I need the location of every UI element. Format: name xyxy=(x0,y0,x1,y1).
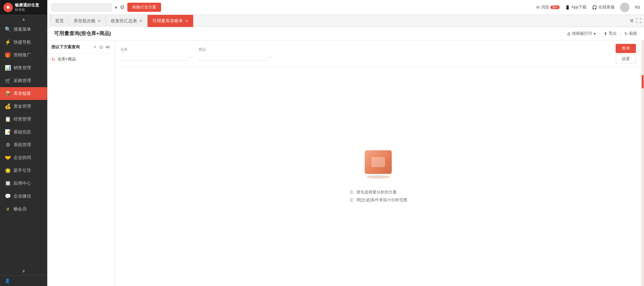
apps-icon: 🔲 xyxy=(5,180,11,186)
query-btn[interactable]: 查询 xyxy=(616,44,636,53)
empty-tips: 1 请先选择要分析的方案 2 用[过滤]条件来缩小分析范围 xyxy=(349,189,407,203)
scheme-item-warehouse-goods[interactable]: ↻ 仓库+商品 xyxy=(47,54,114,65)
goods-more-btn[interactable]: ··· xyxy=(267,54,272,60)
tab-home-label: 首页 xyxy=(55,18,64,24)
mobile-icon: 📱 xyxy=(565,5,570,10)
box-icon: 📦 xyxy=(5,90,11,97)
page-actions: 🖨 按模板打印 ▾ | ⬆ 导出 | ↻ 刷新 xyxy=(567,31,637,36)
online-service-label: 在线客服 xyxy=(598,4,615,10)
sidebar-scroll-down[interactable]: ▼ xyxy=(0,267,47,275)
app-download-btn[interactable]: 📱 App下载 xyxy=(565,4,587,10)
sidebar-scroll-up[interactable]: ▲ xyxy=(0,15,47,23)
sidebar-item-member[interactable]: V 畅会员 xyxy=(0,203,47,215)
note-icon: 📝 xyxy=(5,129,11,135)
sidebar-item-label: 销售管理 xyxy=(14,65,31,71)
sidebar-item-label: 资金管理 xyxy=(14,103,31,109)
user-icon: 👤 xyxy=(5,278,10,283)
topbar-search-input[interactable] xyxy=(51,3,112,11)
right-scrollbar[interactable] xyxy=(641,41,644,286)
message-label: 消息 xyxy=(541,4,549,10)
goods-input[interactable] xyxy=(199,53,266,60)
warehouse-label: 仓库 xyxy=(120,47,193,52)
tab-available-inventory[interactable]: 可用量库存账本 ✕ xyxy=(148,15,194,27)
tab-inventory-batch-close[interactable]: ✕ xyxy=(98,19,101,23)
chevron-down-icon: ▾ xyxy=(594,31,596,36)
sidebar-item-shortcut[interactable]: ⚡ 快捷导航 xyxy=(0,36,47,49)
sidebar-item-basic[interactable]: 📝 基础信息 xyxy=(0,126,47,138)
online-service-btn[interactable]: 🎧 在线客服 xyxy=(592,4,615,10)
tab-close-all-btn[interactable]: ✕ xyxy=(629,18,634,24)
export-btn[interactable]: ⬆ 导出 xyxy=(604,31,617,36)
app-download-label: App下载 xyxy=(571,4,587,10)
tab-inventory-batch[interactable]: 库存批次账 ✕ xyxy=(69,15,106,27)
sidebar-item-label: 快捷导航 xyxy=(14,39,31,45)
sidebar-item-newbie[interactable]: 🌟 新手引导 xyxy=(0,164,47,177)
sidebar-item-inventory[interactable]: 📦 库存核算 xyxy=(0,87,47,100)
sidebar-company-name: 畅康通好生意 xyxy=(15,3,39,7)
goods-filter: 商品 ··· xyxy=(199,47,272,60)
scheme-icon: ↻ xyxy=(51,57,55,62)
sidebar-item-label: 经营管理 xyxy=(14,116,31,122)
sidebar-item-sales[interactable]: 📊 销售管理 xyxy=(0,61,47,74)
sidebar-item-label: 营销推广 xyxy=(14,52,31,58)
print-template-btn[interactable]: 🖨 按模板打印 ▾ xyxy=(567,31,596,36)
industry-solution-btn[interactable]: 体验行业方案 xyxy=(127,3,161,12)
refresh-btn[interactable]: ↻ 刷新 xyxy=(624,31,637,36)
empty-state: 1 请先选择要分析的方案 2 用[过滤]条件来缩小分析范围 xyxy=(115,67,641,286)
right-panel: 仓库 ··· 商品 ··· 查询 设置 xyxy=(115,41,641,286)
sidebar-item-system[interactable]: ⚙ 系统管理 xyxy=(0,138,47,151)
tab-stock-summary[interactable]: 收发存汇总表 ✕ xyxy=(106,15,148,27)
sidebar-item-enterprise[interactable]: 🤝 企业协同 xyxy=(0,151,47,164)
refresh-icon: ↻ xyxy=(624,31,628,36)
message-btn[interactable]: ✉ 消息 99+ xyxy=(536,4,560,10)
left-panel-title: 按以下方案查询 xyxy=(51,44,91,50)
gift-icon: 🎁 xyxy=(5,52,11,58)
sidebar-item-purchase[interactable]: 🛒 采购管理 xyxy=(0,74,47,87)
warehouse-more-btn[interactable]: ··· xyxy=(189,54,193,60)
headset-icon: 🎧 xyxy=(592,5,597,10)
gear-icon: ⚙ xyxy=(5,142,11,148)
tab-stock-summary-close[interactable]: ✕ xyxy=(139,19,143,23)
left-panel: 按以下方案查询 ＋ ⊙ ≪ ↻ 仓库+商品 xyxy=(47,41,115,286)
tab-stock-summary-label: 收发存汇总表 xyxy=(111,18,137,24)
money-icon: 💰 xyxy=(5,103,11,109)
search-icon: 🔍 xyxy=(5,26,11,32)
page-header: 可用量查询(按仓库+商品) 🖨 按模板打印 ▾ | ⬆ 导出 | ↻ 刷新 xyxy=(47,27,644,41)
sidebar-item-search[interactable]: 🔍 搜索菜单 xyxy=(0,23,47,36)
main-area: ▾ ⚙ 体验行业方案 ✉ 消息 99+ 📱 App下载 🎧 在线客服 Rit 首… xyxy=(47,0,644,286)
tab-home[interactable]: 首页 xyxy=(50,15,69,27)
scheme-settings-btn[interactable]: ⊙ xyxy=(99,44,103,50)
export-icon: ⬆ xyxy=(604,31,607,36)
sidebar-header: 畅 畅康通好生意 标准版 xyxy=(0,0,47,15)
tab-expand-btn[interactable]: ⛶ xyxy=(636,18,641,24)
sidebar-item-apps[interactable]: 🔲 应用中心 xyxy=(0,177,47,190)
topbar-gear-icon[interactable]: ⚙ xyxy=(120,4,125,10)
topbar: ▾ ⚙ 体验行业方案 ✉ 消息 99+ 📱 App下载 🎧 在线客服 Rit xyxy=(47,0,644,15)
empty-illustration xyxy=(361,150,395,184)
settings-btn[interactable]: 设置 xyxy=(616,54,636,63)
sidebar-logo: 畅 xyxy=(3,3,13,12)
empty-tip-2-text: 用[过滤]条件来缩小分析范围 xyxy=(356,197,407,203)
add-scheme-btn[interactable]: ＋ xyxy=(93,44,97,50)
scheme-item-label: 仓库+商品 xyxy=(57,56,76,62)
sidebar-item-label: 基础信息 xyxy=(14,129,31,135)
tab-available-inventory-close[interactable]: ✕ xyxy=(185,19,188,23)
topbar-dropdown-btn[interactable]: ▾ xyxy=(115,5,117,10)
sidebar-footer[interactable]: 👤 xyxy=(0,275,47,286)
sidebar-item-finance[interactable]: 💰 资金管理 xyxy=(0,100,47,113)
collapse-panel-btn[interactable]: ≪ xyxy=(105,44,110,50)
sidebar-item-label: 企业微信 xyxy=(14,193,31,199)
sidebar-item-operation[interactable]: 📋 经营管理 xyxy=(0,113,47,126)
clipboard-icon: 📋 xyxy=(5,116,11,122)
warehouse-input[interactable] xyxy=(120,53,188,60)
chat-icon: 💬 xyxy=(5,193,11,199)
sidebar-item-label: 应用中心 xyxy=(14,180,31,186)
print-icon: 🖨 xyxy=(567,31,571,36)
scrollbar-thumb[interactable] xyxy=(642,75,644,88)
sidebar-item-wechat[interactable]: 💬 企业微信 xyxy=(0,190,47,203)
cart-icon: 🛒 xyxy=(5,78,11,84)
handshake-icon: 🤝 xyxy=(5,155,11,161)
sidebar-item-marketing[interactable]: 🎁 营销推广 xyxy=(0,49,47,61)
filter-bar: 仓库 ··· 商品 ··· 查询 设置 xyxy=(115,41,641,67)
filter-actions: 查询 设置 xyxy=(616,44,636,63)
